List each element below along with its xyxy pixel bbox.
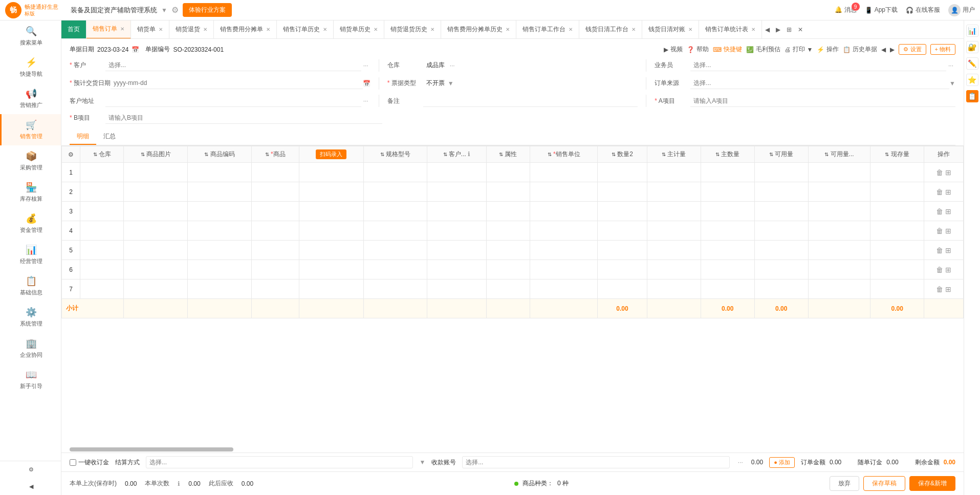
row-delete-btn[interactable]: 🗑 — [936, 207, 943, 216]
history-btn[interactable]: 📋 历史单据 — [843, 45, 877, 54]
address-more-icon[interactable]: ··· — [361, 97, 371, 104]
salesperson-input[interactable] — [690, 59, 946, 71]
note-input[interactable] — [423, 95, 638, 107]
settings-icon[interactable]: ⚙ — [171, 5, 179, 15]
sidebar-item-enterprise[interactable]: 🏢 企业协同 — [0, 333, 61, 364]
calendar-icon[interactable]: 📅 — [132, 46, 139, 53]
tab-return-history[interactable]: 销货单历史 ✕ — [334, 20, 384, 39]
app-download[interactable]: 📱 App下载 — [865, 6, 898, 14]
row-copy-btn[interactable]: ⊞ — [945, 227, 951, 235]
sort-icon[interactable]: ⇅ — [662, 152, 666, 157]
date-value[interactable]: 2023-03-24 — [97, 46, 128, 53]
order-source-dropdown-icon[interactable]: ▼ — [949, 80, 955, 87]
row-product-code[interactable] — [188, 163, 252, 182]
save-new-button[interactable]: 保存&新增 — [909, 476, 955, 491]
tab-close-icon[interactable]: ✕ — [751, 27, 755, 32]
one-click-checkbox[interactable] — [70, 459, 76, 466]
tab-summary[interactable]: 汇总 — [96, 129, 123, 145]
sort-icon[interactable]: ⇅ — [885, 152, 889, 157]
tab-close-icon[interactable]: ✕ — [430, 27, 434, 32]
operation-btn[interactable]: ⚡ 操作 — [817, 45, 839, 54]
sort-icon[interactable]: ⇅ — [380, 152, 384, 157]
customer-input[interactable] — [105, 59, 361, 71]
tab-close-icon[interactable]: ✕ — [506, 27, 510, 32]
tab-cash-day-clear[interactable]: 钱货日清工作台 ✕ — [579, 20, 642, 39]
sidebar-settings-btn[interactable]: ⚙ — [0, 461, 61, 478]
row-attributes[interactable] — [486, 163, 530, 182]
sidebar-item-basic[interactable]: 📋 基础信息 — [0, 270, 61, 302]
add-payment-button[interactable]: ● 添加 — [769, 457, 795, 468]
right-panel-icon-5[interactable]: 📋 — [966, 90, 978, 102]
bank-more-icon[interactable]: ··· — [736, 459, 745, 466]
info-icon-2[interactable]: ℹ — [178, 480, 180, 487]
sidebar-item-marketing[interactable]: 📢 营销推广 — [0, 83, 61, 114]
tab-cash-reconcile[interactable]: 钱货日清对账 ✕ — [642, 20, 699, 39]
tab-nav-next[interactable]: ▶ — [773, 26, 783, 33]
row-main-quantity[interactable] — [701, 163, 754, 182]
row-delete-btn[interactable]: 🗑 — [936, 246, 943, 254]
tab-close-icon[interactable]: ✕ — [688, 27, 692, 32]
customer-more-icon[interactable]: ··· — [361, 62, 371, 69]
tab-sales-order[interactable]: 销售订单 ✕ — [86, 20, 131, 39]
sidebar-item-purchase[interactable]: 📦 采购管理 — [0, 145, 61, 177]
date-icon[interactable]: 📅 — [363, 80, 371, 87]
row-warehouse[interactable] — [80, 163, 124, 182]
tab-sales-return[interactable]: 销货单 ✕ — [131, 20, 169, 39]
row-delete-btn[interactable]: 🗑 — [936, 227, 943, 235]
one-click-payment-checkbox[interactable]: 一键收订金 — [70, 458, 109, 467]
row-product[interactable] — [251, 163, 299, 182]
tab-nav-expand[interactable]: ⊞ — [783, 26, 795, 33]
row-copy-btn[interactable]: ⊞ — [945, 207, 951, 216]
row-spec[interactable] — [363, 163, 427, 182]
tab-close-icon[interactable]: ✕ — [374, 27, 378, 32]
scan-button[interactable]: 扫码录入 — [316, 149, 346, 159]
tab-sales-summary[interactable]: 销售订单统计表 ✕ — [699, 20, 762, 39]
system-dropdown-icon[interactable]: ▼ — [161, 7, 167, 14]
tab-refund-history[interactable]: 销货退货历史 ✕ — [384, 20, 441, 39]
row-delete-btn[interactable]: 🗑 — [936, 285, 943, 293]
sort-icon[interactable]: ⇅ — [769, 152, 773, 157]
nav-next[interactable]: ▶ — [890, 46, 895, 53]
sidebar-collapse-btn[interactable]: ◀ — [0, 478, 61, 495]
print-dropdown-icon[interactable]: ▼ — [807, 46, 813, 53]
tab-close-icon[interactable]: ✕ — [631, 27, 636, 32]
customer-address-input[interactable] — [105, 95, 361, 107]
sidebar-item-system[interactable]: ⚙️ 系统管理 — [0, 302, 61, 333]
row-copy-btn[interactable]: ⊞ — [945, 188, 951, 196]
industry-button[interactable]: 体验行业方案 — [183, 3, 232, 17]
sort-icon[interactable]: ⇅ — [824, 152, 829, 157]
sort-icon[interactable]: ⇅ — [443, 152, 447, 157]
sidebar-item-inventory[interactable]: 🏪 库存核算 — [0, 177, 61, 208]
sidebar-item-finance[interactable]: 💰 资金管理 — [0, 208, 61, 239]
row-main-unit[interactable] — [647, 163, 701, 182]
info-icon[interactable]: ℹ — [468, 150, 470, 158]
tab-nav-close-all[interactable]: ✕ — [795, 26, 806, 33]
row-sales-unit[interactable] — [530, 163, 597, 182]
user-area[interactable]: 👤 用户 — [948, 4, 975, 16]
sort-icon[interactable]: ⇅ — [265, 152, 269, 157]
delivery-date-input[interactable] — [111, 77, 363, 89]
row-delete-btn[interactable]: 🗑 — [936, 188, 943, 196]
profit-btn[interactable]: 💹 毛利预估 — [746, 45, 780, 54]
sort-icon[interactable]: ⇅ — [612, 152, 616, 157]
payment-dropdown-icon[interactable]: ▼ — [419, 459, 425, 466]
help-btn[interactable]: ❓ 帮助 — [687, 45, 709, 54]
col-settings[interactable]: ⚙ — [62, 146, 80, 163]
tab-order-workbench[interactable]: 销售订单工作台 ✕ — [516, 20, 579, 39]
order-source-input[interactable] — [690, 77, 949, 89]
invoice-dropdown-icon[interactable]: ▼ — [448, 80, 454, 87]
print-btn[interactable]: 🖨 打印 ▼ — [785, 45, 813, 54]
tab-fee-split[interactable]: 销售费用分摊单 ✕ — [214, 20, 277, 39]
a-project-input[interactable] — [690, 95, 955, 107]
sort-icon[interactable]: ⇅ — [141, 152, 145, 157]
notification-area[interactable]: 🔔 9 消息 — [835, 6, 856, 14]
online-support[interactable]: 🎧 在线客服 — [906, 6, 940, 14]
bank-account-input[interactable] — [462, 456, 729, 468]
row-copy-btn[interactable]: ⊞ — [945, 285, 951, 293]
save-draft-button[interactable]: 保存草稿 — [863, 476, 905, 491]
tab-order-history[interactable]: 销售订单历史 ✕ — [277, 20, 334, 39]
tab-close-icon[interactable]: ✕ — [569, 27, 573, 32]
tab-close-icon[interactable]: ✕ — [159, 27, 163, 32]
nav-prev[interactable]: ◀ — [881, 46, 886, 53]
tab-close-icon[interactable]: ✕ — [203, 27, 207, 32]
